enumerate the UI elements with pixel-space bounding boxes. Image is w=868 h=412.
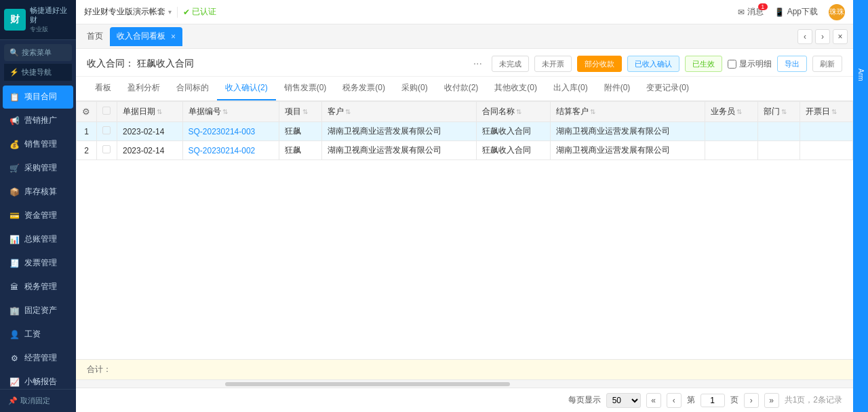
sidebar-item-assets[interactable]: 🏢 固定资产 [3,299,73,322]
status-confirmed-button[interactable]: 已收入确认 [627,56,679,72]
sidebar-item-label: 工资 [24,329,41,340]
message-icon: ✉ [738,7,745,17]
sales-icon: 💰 [8,138,20,151]
sub-tab-subject[interactable]: 合同标的 [168,77,217,100]
sub-tab-inout[interactable]: 出入库(0) [545,77,596,100]
row-check-2[interactable] [97,141,117,160]
search-menu-button[interactable]: 🔍 搜索菜单 [4,44,72,61]
user-avatar[interactable]: 珠珠 [829,4,845,20]
tab-navigation: ‹ › × [797,29,848,44]
quick-nav-button[interactable]: ⚡ 快捷导航 [4,64,72,81]
hr-icon: 👤 [8,329,20,341]
th-date: 单据日期⇅ [117,102,183,122]
first-page-button[interactable]: « [646,393,661,408]
last-page-button[interactable]: » [764,393,779,408]
export-button[interactable]: 导出 [777,56,807,72]
more-button[interactable]: ··· [469,56,486,71]
sub-tab-kanban[interactable]: 看板 [87,77,119,100]
row-department-1 [757,122,800,141]
row-check-1[interactable] [97,122,117,141]
sidebar-item-capital[interactable]: 💳 资金管理 [3,204,73,227]
sort-settle-icon: ⇅ [590,108,595,115]
nav-icon: ⚡ [9,68,19,77]
table-row[interactable]: 1 2023-02-14 SQ-20230214-003 狂飙 湖南卫视商业运营… [77,122,853,141]
scrollbar-thumb[interactable] [225,382,510,386]
sidebar-bottom: 📌 取消固定 [0,389,76,412]
status-partial-button[interactable]: 部分收款 [577,56,622,72]
sub-tab-changes[interactable]: 变更记录(0) [638,77,697,100]
active-tab[interactable]: 收入合同看板 × [110,27,182,46]
show-detail-label[interactable]: 显示明细 [728,58,772,70]
sub-tab-tax-invoice[interactable]: 税务发票(0) [334,77,393,100]
table-footer: 合计： [76,359,853,379]
row-contract-1: 狂飙收入合同 [476,122,551,141]
sub-tab-purchase[interactable]: 采购(0) [393,77,436,100]
sidebar-item-inventory[interactable]: 📦 库存核算 [3,181,73,204]
sidebar-item-tax[interactable]: 🏛 税务管理 [3,276,73,299]
row-salesperson-2 [705,141,758,160]
row-date-2: 2023-02-14 [117,141,183,160]
search-icon: 🔍 [9,48,19,57]
horizontal-scrollbar[interactable] [76,379,853,388]
sidebar-item-hr[interactable]: 👤 工资 [3,323,73,346]
sidebar-item-marketing[interactable]: 📢 营销推广 [3,109,73,132]
app-download-button[interactable]: 📱 App下载 [774,6,818,18]
unpin-button[interactable]: 📌 取消固定 [3,392,73,409]
refresh-button[interactable]: 刷新 [812,56,842,72]
sort-salesperson-icon: ⇅ [736,108,742,115]
certified-icon: ✔ [183,7,190,17]
sidebar-item-report[interactable]: 📈 小畅报告 [3,371,73,389]
message-button[interactable]: ✉ 消息 1 [738,6,764,18]
sidebar-item-label: 项目合同 [24,91,57,102]
tab-close-button[interactable]: × [833,29,848,44]
th-customer: 客户⇅ [321,102,476,122]
tab-close-icon[interactable]: × [171,32,176,41]
status-effective-button[interactable]: 已生效 [685,56,722,72]
select-all-checkbox[interactable] [102,107,111,115]
page-label: 第 [687,394,695,406]
sidebar-item-general[interactable]: 📊 总账管理 [3,228,73,251]
show-detail-checkbox[interactable] [728,60,736,69]
sub-tab-recognition[interactable]: 收入确认(2) [217,77,276,100]
sub-tab-payment[interactable]: 收付款(2) [436,77,487,100]
tabbar: 首页 收入合同看板 × ‹ › × [76,24,853,49]
assets-icon: 🏢 [8,305,20,317]
company-selector[interactable]: 好业财专业版演示帐套 ▾ [84,6,172,18]
tab-next-button[interactable]: › [815,29,830,44]
sidebar-item-invoice[interactable]: 🧾 发票管理 [3,252,73,275]
sort-project-icon: ⇅ [302,108,308,115]
home-tab[interactable]: 首页 [81,31,108,42]
next-page-button[interactable]: › [744,393,759,408]
sub-tab-attachment[interactable]: 附件(0) [596,77,639,100]
status-uninvoiced-button[interactable]: 未开票 [534,56,572,72]
sidebar-item-sales[interactable]: 💰 销售管理 [3,133,73,156]
row-no-link-1[interactable]: SQ-20230214-003 [189,127,256,136]
page-header: 收入合同： 狂飙收入合同 ··· 未完成 未开票 部分收款 已收入确认 已生效 … [76,49,853,77]
table-area: ⚙ 单据日期⇅ 单据编号⇅ 项目⇅ 客户⇅ 合同名称⇅ 结算客户⇅ 业务员⇅ 部… [76,101,853,359]
row-no-link-2[interactable]: SQ-20230214-002 [189,146,256,155]
status-incomplete-button[interactable]: 未完成 [492,56,529,72]
row-opendate-1 [800,122,853,141]
arm-button[interactable]: Arm [854,54,867,95]
sub-tab-other[interactable]: 其他收支(0) [486,77,545,100]
sub-tab-sales-invoice[interactable]: 销售发票(0) [276,77,335,100]
sidebar-item-purchase[interactable]: 🛒 采购管理 [3,157,73,180]
tab-prev-button[interactable]: ‹ [797,29,812,44]
sort-customer-icon: ⇅ [345,108,351,115]
tax-icon: 🏛 [8,281,20,293]
sub-tab-profit[interactable]: 盈利分析 [119,77,168,100]
sidebar-item-operations[interactable]: ⚙ 经营管理 [3,347,73,370]
table-row[interactable]: 2 2023-02-14 SQ-20230214-002 狂飙 湖南卫视商业运营… [77,141,853,160]
per-page-select[interactable]: 50 100 200 [606,393,641,408]
sort-date-icon: ⇅ [157,108,162,115]
th-settings: ⚙ [77,102,97,122]
sub-tabs: 看板 盈利分析 合同标的 收入确认(2) 销售发票(0) 税务发票(0) 采购(… [76,77,853,101]
sidebar-item-label: 库存核算 [24,186,57,198]
settings-icon[interactable]: ⚙ [82,107,90,117]
row-no-2: SQ-20230214-002 [182,141,279,160]
invoice-icon: 🧾 [8,257,20,269]
sidebar-item-project[interactable]: 📋 项目合同 [3,86,73,109]
page: 收入合同： 狂飙收入合同 ··· 未完成 未开票 部分收款 已收入确认 已生效 … [76,49,853,412]
prev-page-button[interactable]: ‹ [667,393,682,408]
current-page-input[interactable] [701,394,725,407]
